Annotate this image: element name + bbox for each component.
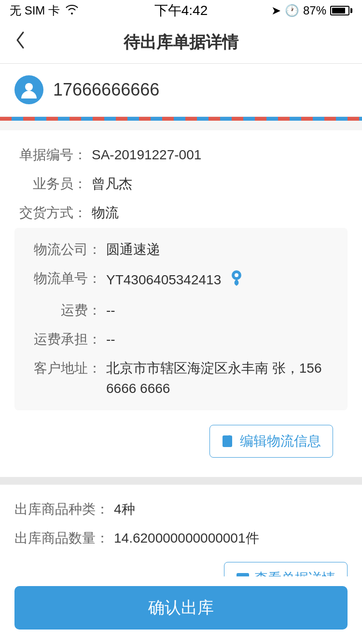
edit-logistics-area: 编辑物流信息 [14, 420, 348, 472]
edit-logistics-label: 编辑物流信息 [240, 432, 321, 450]
sales-person-value: 曾凡杰 [87, 174, 348, 194]
nav-bar: 待出库单据详情 [0, 21, 362, 64]
section-divider [0, 477, 362, 485]
customer-address-value: 北京市市辖区海淀区永丰南 张，156 6666 6666 [101, 358, 333, 399]
clock-icon: 🕐 [285, 4, 299, 17]
goods-type-row: 出库商品种类： 4种 [14, 499, 348, 519]
customer-address-label: 客户地址： [29, 358, 101, 378]
freight-bearer-label: 运费承担： [29, 329, 101, 350]
status-bar-right: ➤ 🕐 87% [271, 4, 352, 17]
basic-info-section: 单据编号： SA-20191227-001 业务员： 曾凡杰 交货方式： 物流 [0, 130, 362, 228]
freight-label: 运费： [29, 300, 101, 321]
svg-point-0 [25, 83, 33, 91]
page-title: 待出库单据详情 [124, 31, 238, 54]
avatar [14, 75, 43, 104]
document-number-label: 单据编号： [14, 145, 87, 165]
delivery-method-label: 交货方式： [14, 203, 87, 223]
customer-phone: 17666666666 [53, 80, 159, 100]
sales-person-row: 业务员： 曾凡杰 [14, 174, 348, 194]
logistics-company-row: 物流公司： 圆通速递 [29, 239, 333, 260]
battery-icon [330, 6, 352, 15]
confirm-section: 确认出库 [0, 576, 362, 644]
confirm-label: 确认出库 [148, 597, 214, 619]
confirm-button[interactable]: 确认出库 [14, 586, 348, 630]
freight-value: -- [101, 300, 333, 321]
goods-quantity-label: 出库商品数量： [14, 528, 109, 548]
logistics-tracking-value: YT43064053424​13 [101, 268, 333, 292]
back-button[interactable] [14, 30, 26, 54]
document-number-row: 单据编号： SA-20191227-001 [14, 145, 348, 165]
customer-address-row: 客户地址： 北京市市辖区海淀区永丰南 张，156 6666 6666 [29, 358, 333, 399]
customer-header: 17666666666 [0, 64, 362, 116]
delivery-method-row: 交货方式： 物流 [14, 203, 348, 223]
map-pin-icon[interactable] [228, 268, 245, 292]
logistics-company-value: 圆通速递 [101, 239, 333, 260]
goods-type-value: 4种 [109, 499, 348, 519]
logistics-tracking-row: 物流单号： YT43064053424​13 [29, 268, 333, 292]
location-arrow-icon: ➤ [271, 4, 281, 17]
edit-logistics-button[interactable]: 编辑物流信息 [209, 425, 333, 458]
battery-percentage: 87% [303, 4, 326, 17]
goods-type-label: 出库商品种类： [14, 499, 109, 519]
logistics-company-label: 物流公司： [29, 239, 101, 260]
goods-quantity-row: 出库商品数量： 14.620000000000001件 [14, 528, 348, 548]
logistics-tracking-label: 物流单号： [29, 268, 101, 289]
svg-point-2 [235, 273, 238, 277]
freight-bearer-row: 运费承担： -- [29, 329, 333, 350]
document-number-value: SA-20191227-001 [87, 145, 348, 165]
logistics-card: 物流公司： 圆通速递 物流单号： YT43064053424​13 运费： -- [14, 228, 348, 410]
wifi-icon [65, 4, 79, 17]
status-bar: 无 SIM 卡 下午4:42 ➤ 🕐 87% [0, 0, 362, 21]
status-bar-left: 无 SIM 卡 [10, 3, 79, 18]
dashed-divider [0, 117, 362, 121]
logistics-wrapper: 物流公司： 圆通速递 物流单号： YT43064053424​13 运费： -- [0, 228, 362, 477]
status-bar-time: 下午4:42 [154, 1, 208, 20]
sales-person-label: 业务员： [14, 174, 87, 194]
freight-row: 运费： -- [29, 300, 333, 321]
freight-bearer-value: -- [101, 329, 333, 350]
goods-quantity-value: 14.620000000000001件 [109, 528, 348, 548]
delivery-method-value: 物流 [87, 203, 348, 223]
carrier-text: 无 SIM 卡 [10, 3, 60, 18]
